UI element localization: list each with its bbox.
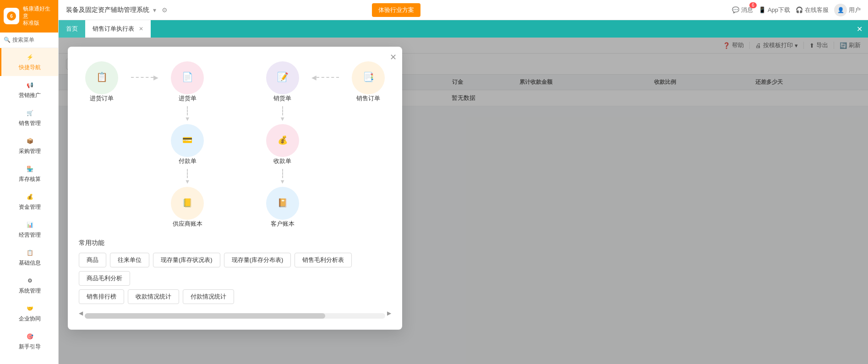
user-label: 用户 xyxy=(849,6,861,14)
modal-overlay: ✕ 📋 xyxy=(59,38,868,364)
svg-text:📄: 📄 xyxy=(182,71,193,82)
flow-item-supplier-account: 📒 供应商账本 xyxy=(171,187,204,228)
main-content: 装备及固定资产辅助管理系统 ▾ ⚙ 体验行业方案 💬 消息 6 📱 App下载 … xyxy=(59,0,868,364)
sidebar-item-label: 快捷导航 xyxy=(19,64,41,71)
sidebar-item-purchase[interactable]: 📦 采购管理 xyxy=(0,132,58,160)
sidebar-item-inventory[interactable]: 🏪 库存核算 xyxy=(0,160,58,188)
sidebar-search[interactable]: 🔍 搜索菜单 xyxy=(0,33,58,48)
marketing-icon: 📢 xyxy=(25,81,34,90)
func-btn-product[interactable]: 商品 xyxy=(79,253,106,267)
app-download-label: App下载 xyxy=(768,6,790,14)
sidebar-item-label: 系统管理 xyxy=(19,287,41,295)
svg-text:📑: 📑 xyxy=(363,71,374,82)
func-btn-sales-margin[interactable]: 销售毛利分析表 xyxy=(295,253,352,267)
supplier-account-circle[interactable]: 📒 xyxy=(171,187,204,220)
sales-bill-circle[interactable]: 📝 xyxy=(266,61,299,94)
purchase-bill-circle[interactable]: 📄 xyxy=(171,61,204,94)
tab-sales-order-label: 销售订单执行表 xyxy=(93,25,134,33)
sp2 xyxy=(131,169,158,185)
scroll-left-icon[interactable]: ◀ xyxy=(79,310,83,316)
func-btn-partner[interactable]: 往来单位 xyxy=(110,253,149,267)
sidebar-item-label: 企业协同 xyxy=(19,315,41,323)
func-buttons-row1: 商品 往来单位 现存量(库存状况表) 现存量(库存分布表) 销售毛利分析表 商品… xyxy=(79,253,391,286)
experience-btn[interactable]: 体验行业方案 xyxy=(372,3,420,17)
modal: ✕ 📋 xyxy=(68,47,402,330)
avatar: 👤 xyxy=(834,4,847,16)
settings-icon[interactable]: ⚙ xyxy=(162,6,168,14)
sidebar-item-quick-nav[interactable]: ⚡ 快捷导航 xyxy=(0,48,58,76)
sidebar-item-sales[interactable]: 🛒 销售管理 xyxy=(0,104,58,132)
svg-text:📔: 📔 xyxy=(278,198,288,208)
topbar: 装备及固定资产辅助管理系统 ▾ ⚙ 体验行业方案 💬 消息 6 📱 App下载 … xyxy=(59,0,868,20)
purchase-order-circle[interactable]: 📋 xyxy=(85,61,118,94)
down-arrows-row2: ▼ ▼ xyxy=(79,169,391,185)
scroll-right-icon[interactable]: ▶ xyxy=(387,310,391,316)
sidebar-item-operation[interactable]: 📊 经营管理 xyxy=(0,216,58,244)
message-btn[interactable]: 💬 消息 6 xyxy=(732,6,753,14)
down-arrow-4: ▼ xyxy=(171,169,204,185)
func-btn-product-margin[interactable]: 商品毛利分析 xyxy=(79,271,130,286)
func-btn-stock-status[interactable]: 现存量(库存状况表) xyxy=(153,253,220,267)
purchase-icon: 📦 xyxy=(25,136,34,146)
tab-home[interactable]: 首页 xyxy=(59,20,85,38)
sidebar: 6 畅康通好生意 标准版 🔍 搜索菜单 ⚡ 快捷导航 📢 营销推广 🛒 xyxy=(0,0,59,364)
modal-scrollbar[interactable] xyxy=(85,313,385,319)
spacer-e xyxy=(352,106,385,122)
finance-icon: 💰 xyxy=(25,192,34,201)
spacer-a xyxy=(85,106,118,122)
spacer-c xyxy=(217,106,253,122)
purchase-bill-label: 进货单 xyxy=(179,94,197,103)
payment-bill-circle[interactable]: 💳 xyxy=(171,124,204,157)
online-service-btn[interactable]: 🎧 在线客服 xyxy=(796,6,829,14)
sidebar-item-label: 库存核算 xyxy=(19,175,41,183)
newbie-icon: 🎯 xyxy=(25,332,34,341)
logo-text: 畅康通好生意 标准版 xyxy=(23,5,55,27)
sidebar-item-marketing[interactable]: 📢 营销推广 xyxy=(0,76,58,104)
func-btn-payment-stats[interactable]: 付款情况统计 xyxy=(183,289,234,304)
system-title: 装备及固定资产辅助管理系统 xyxy=(66,6,149,14)
online-service-label: 在线客服 xyxy=(805,6,829,14)
inventory-icon: 🏪 xyxy=(25,164,34,174)
sidebar-item-label: 销售管理 xyxy=(19,120,41,127)
spacer-b xyxy=(131,106,158,122)
payment-bill-label: 付款单 xyxy=(179,157,197,165)
tab-sales-order-exec[interactable]: 销售订单执行表 ✕ xyxy=(85,20,151,38)
common-functions: 常用功能 商品 往来单位 现存量(库存状况表) 现存量(库存分布表) 销售毛利分… xyxy=(79,239,391,304)
func-btn-stock-dist[interactable]: 现存量(库存分布表) xyxy=(224,253,291,267)
tab-close-icon[interactable]: ✕ xyxy=(139,26,143,32)
common-functions-title: 常用功能 xyxy=(79,239,391,247)
sidebar-item-label: 采购管理 xyxy=(19,147,41,155)
download-icon: 📱 xyxy=(759,6,766,13)
app-download-btn[interactable]: 📱 App下载 xyxy=(759,6,790,14)
func-btn-receipt-stats[interactable]: 收款情况统计 xyxy=(128,289,179,304)
flow-item-sales-bill: 📝 销货单 xyxy=(266,61,299,103)
topbar-title: 装备及固定资产辅助管理系统 ▾ ⚙ xyxy=(66,6,366,14)
sidebar-item-newbie[interactable]: 🎯 新手引导 xyxy=(0,327,58,355)
chevron-down-icon[interactable]: ▾ xyxy=(153,6,156,14)
tabbar-close-icon[interactable]: ✕ xyxy=(857,25,863,33)
operation-icon: 📊 xyxy=(25,220,34,229)
modal-close-btn[interactable]: ✕ xyxy=(390,52,397,62)
arrow-left-1: ◀ xyxy=(311,74,339,81)
sidebar-item-label: 资金管理 xyxy=(19,203,41,211)
svg-text:📋: 📋 xyxy=(96,71,107,82)
user-btn[interactable]: 👤 用户 xyxy=(834,4,861,16)
enterprise-icon: 🤝 xyxy=(25,304,34,313)
sidebar-item-system[interactable]: ⚙ 系统管理 xyxy=(0,272,58,299)
sidebar-item-finance[interactable]: 💰 资金管理 xyxy=(0,188,58,216)
receipt-bill-label: 收款单 xyxy=(273,157,291,165)
svg-text:📒: 📒 xyxy=(182,198,193,208)
customer-account-label: 客户账本 xyxy=(271,220,295,228)
receipt-bill-circle[interactable]: 💰 xyxy=(266,124,299,157)
sp1 xyxy=(85,169,118,185)
message-icon: 💬 xyxy=(732,6,739,13)
tabbar: 首页 销售订单执行表 ✕ ✕ xyxy=(59,20,868,38)
sidebar-item-basic-info[interactable]: 📋 基础信息 xyxy=(0,244,58,272)
customer-account-circle[interactable]: 📔 xyxy=(266,187,299,220)
arrow-right-1: ▶ xyxy=(131,74,158,81)
func-btn-sales-rank[interactable]: 销售排行榜 xyxy=(79,289,124,304)
sales-order-circle[interactable]: 📑 xyxy=(352,61,385,94)
sidebar-item-enterprise[interactable]: 🤝 企业协同 xyxy=(0,299,58,327)
sp4 xyxy=(311,169,339,185)
flow-diagram: 📋 进货订单 ▶ xyxy=(79,58,391,235)
